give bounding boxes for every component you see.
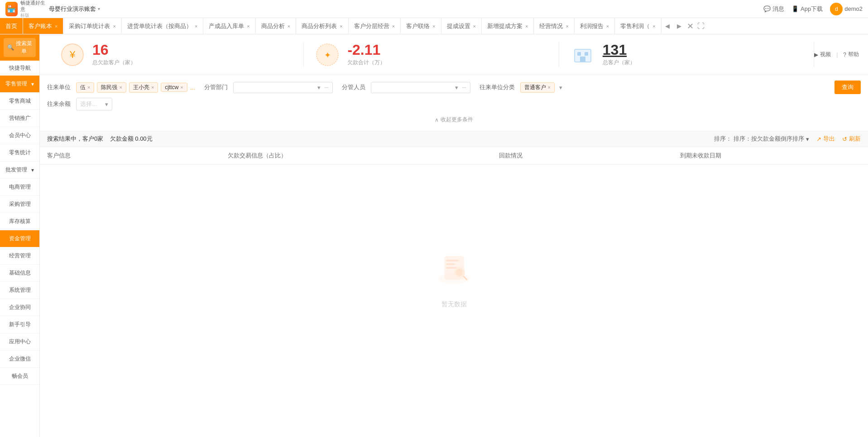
- sort-select[interactable]: 排序： 排序：按欠款金额倒序排序 ▾: [714, 135, 809, 143]
- content-area: ¥ 16 总欠款客户（家） ✦ -2.11 欠款合计: [40, 34, 868, 437]
- tab-business-situation[interactable]: 经营情况 ×: [534, 18, 574, 34]
- tab-customer-ledger[interactable]: 客户账本 ×: [23, 18, 63, 34]
- sidebar-item-enterprise-collab[interactable]: 企业协同: [0, 299, 39, 316]
- avatar: d: [830, 3, 843, 15]
- refresh-button[interactable]: ↺ 刷新: [842, 135, 861, 143]
- chevron-down-icon: ▾: [105, 101, 108, 108]
- close-tab-icon[interactable]: ×: [288, 24, 290, 29]
- sidebar-item-retail-stats[interactable]: 零售统计: [0, 144, 39, 162]
- close-tab-icon[interactable]: ×: [195, 24, 197, 29]
- main-layout: 🔍 搜索菜单 快捷导航 零售管理 ▾ 零售商城 营销推广 会员中心 零售统计 批…: [0, 34, 868, 437]
- messages-button[interactable]: 💬 消息: [763, 5, 784, 13]
- tab-goods-stats[interactable]: 进货单统计表（按商品）×: [122, 18, 203, 34]
- tab-purchase-order-stats[interactable]: 采购订单统计表 ×: [63, 18, 121, 34]
- app-download-button[interactable]: 📱 App下载: [791, 5, 823, 13]
- sidebar-item-wholesale-management[interactable]: 批发管理 ▾: [0, 162, 39, 179]
- sidebar-item-retail-mall[interactable]: 零售商城: [0, 93, 39, 110]
- sidebar-item-marketing[interactable]: 营销推广: [0, 110, 39, 127]
- filter-more-tags[interactable]: ...: [190, 84, 195, 91]
- video-icon: ▶: [814, 52, 818, 58]
- svg-rect-5: [577, 52, 581, 56]
- sidebar-item-new-guide[interactable]: 新手引导: [0, 316, 39, 333]
- tab-home[interactable]: 首页: [0, 18, 23, 34]
- close-tab-icon[interactable]: ×: [392, 24, 395, 29]
- table-header-customer-info: 客户信息: [47, 152, 228, 160]
- close-tab-icon[interactable]: ×: [340, 24, 342, 29]
- filter-label-unit-type: 往来单位分类: [480, 83, 515, 91]
- close-tab-icon[interactable]: ×: [432, 24, 435, 29]
- remove-tag-cjttcw[interactable]: ×: [180, 85, 183, 90]
- sidebar-item-ecommerce[interactable]: 电商管理: [0, 179, 39, 196]
- close-all-tabs-button[interactable]: ✕: [685, 20, 695, 32]
- remove-tag-wu[interactable]: ×: [87, 85, 90, 90]
- tab-new-commission-plan[interactable]: 新增提成方案 ×: [482, 18, 534, 34]
- remove-tag-chen[interactable]: ×: [119, 85, 122, 90]
- sidebar-item-retail-management[interactable]: 零售管理 ▾: [0, 76, 39, 93]
- chevron-down-icon: ▾: [31, 167, 34, 173]
- collapse-filter-button[interactable]: ∧ 收起更多条件: [47, 114, 861, 125]
- sidebar-item-operations[interactable]: 经营管理: [0, 247, 39, 265]
- video-help-button[interactable]: ▶ 视频: [814, 51, 831, 58]
- help-button[interactable]: ? 帮助: [843, 51, 859, 58]
- sidebar-item-app-center[interactable]: 应用中心: [0, 333, 39, 351]
- search-menu-button[interactable]: 🔍 搜索菜单: [4, 38, 36, 57]
- tab-commission-settings[interactable]: 提成设置 ×: [441, 18, 482, 34]
- close-tab-icon[interactable]: ×: [652, 24, 655, 29]
- sidebar-item-basic-info[interactable]: 基础信息: [0, 265, 39, 282]
- org-selector[interactable]: 母婴行业演示账套 ▾: [49, 5, 100, 13]
- sidebar-item-membership[interactable]: 会员中心: [0, 127, 39, 144]
- filter-select-person[interactable]: ▾ ···: [371, 82, 470, 93]
- tab-product-inbound[interactable]: 产成品入库单 ×: [203, 18, 255, 34]
- close-tab-icon[interactable]: ×: [55, 24, 58, 29]
- sidebar-item-inventory[interactable]: 库存核算: [0, 213, 39, 230]
- query-button[interactable]: 查询: [834, 81, 861, 94]
- export-button[interactable]: ↗ 导出: [816, 135, 835, 143]
- sidebar-item-quick-nav[interactable]: 快捷导航: [0, 61, 39, 76]
- remove-tag-normal-customer[interactable]: ×: [548, 85, 551, 90]
- tab-next-button[interactable]: ▶: [673, 23, 685, 29]
- stat-card-debt-customers: ¥ 16 总欠款客户（家）: [49, 42, 304, 67]
- user-avatar-button[interactable]: d demo2: [830, 3, 863, 15]
- tab-retail-profit[interactable]: 零售利润（ ×: [615, 18, 661, 34]
- filter-dept-more[interactable]: ···: [324, 85, 328, 90]
- close-tab-icon[interactable]: ×: [113, 24, 115, 29]
- top-bar-left: 🏪 畅捷通好生意 标版 母婴行业演示账套 ▾: [5, 0, 100, 18]
- tab-more-button[interactable]: ◀: [662, 23, 673, 29]
- filter-label-unit: 往来单位: [47, 83, 71, 91]
- chevron-down-icon[interactable]: ▾: [559, 84, 562, 91]
- stat-label-debt-customers: 总欠款客户（家）: [92, 59, 136, 66]
- coin-icon: ¥: [60, 42, 85, 67]
- close-tab-icon[interactable]: ×: [525, 24, 528, 29]
- sidebar-item-finance[interactable]: 资金管理: [0, 230, 39, 247]
- chevron-down-icon: ▾: [98, 6, 100, 11]
- sidebar-item-system[interactable]: 系统管理: [0, 282, 39, 299]
- tab-product-analysis-list[interactable]: 商品分析列表 ×: [296, 18, 348, 34]
- tab-customer-contact[interactable]: 客户联络 ×: [401, 18, 441, 34]
- fullscreen-button[interactable]: ⛶: [695, 21, 706, 31]
- filter-person-more[interactable]: ···: [462, 85, 466, 90]
- logo-text: 畅捷通好生意 标版: [20, 0, 45, 18]
- table-header: 客户信息 欠款交易信息（占比） 回款情况 到期未收款日期: [40, 147, 868, 165]
- svg-rect-12: [446, 267, 457, 269]
- close-tab-icon[interactable]: ×: [566, 24, 568, 29]
- top-bar-right: 💬 消息 📱 App下载 d demo2: [763, 3, 863, 15]
- sidebar-item-member-plus[interactable]: 畅会员: [0, 368, 39, 385]
- close-tab-icon[interactable]: ×: [473, 24, 476, 29]
- close-tab-icon[interactable]: ×: [247, 24, 249, 29]
- table-body-empty: 暂无数据: [40, 165, 868, 391]
- tab-product-analysis[interactable]: 商品分析 ×: [256, 18, 296, 34]
- stat-label-debt-amount: 欠款合计（万）: [347, 59, 385, 66]
- tab-customer-segmentation[interactable]: 客户分层经营 ×: [349, 18, 401, 34]
- stat-info-total-customers: 131 总客户（家）: [603, 43, 635, 66]
- stat-value-debt-customers: 16: [92, 43, 136, 57]
- stat-value-debt-amount: -2.11: [347, 43, 385, 57]
- filter-input-balance[interactable]: 选择... ▾: [76, 98, 112, 110]
- sidebar: 🔍 搜索菜单 快捷导航 零售管理 ▾ 零售商城 营销推广 会员中心 零售统计 批…: [0, 34, 40, 437]
- sidebar-item-purchase[interactable]: 采购管理: [0, 196, 39, 213]
- sidebar-item-enterprise-wechat[interactable]: 企业微信: [0, 351, 39, 368]
- stats-row-actions: ▶ 视频 | ? 帮助: [814, 51, 859, 58]
- filter-select-dept[interactable]: ▾ ···: [233, 82, 333, 93]
- remove-tag-wang[interactable]: ×: [151, 85, 154, 90]
- close-tab-icon[interactable]: ×: [606, 24, 609, 29]
- tab-profit-report[interactable]: 利润报告 ×: [575, 18, 615, 34]
